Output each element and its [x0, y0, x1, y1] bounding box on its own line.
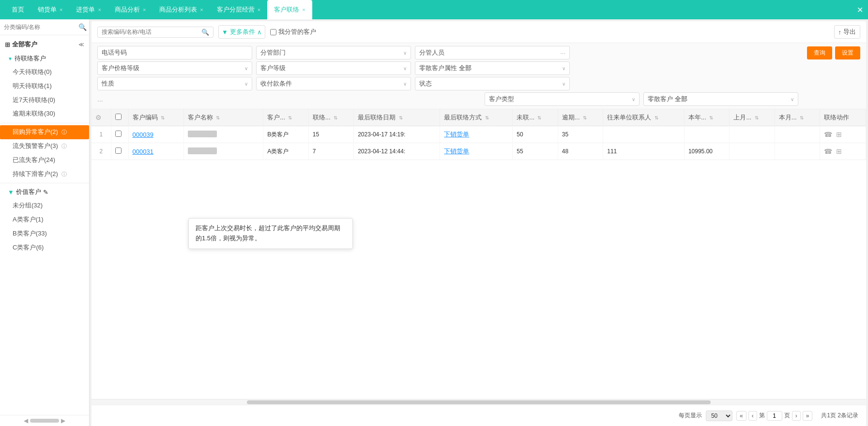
action-icons-1: ☎ ⊞	[824, 131, 862, 138]
sidebar-right-arrow[interactable]: ▶	[61, 417, 65, 424]
nav-customer-contact[interactable]: 客户联络 ×	[267, 0, 312, 19]
sort-year-icon[interactable]: ⇅	[709, 115, 713, 120]
filter-manager[interactable]: 分管人员 ···	[415, 46, 570, 59]
col-gear[interactable]: ⚙	[91, 109, 111, 126]
export-button[interactable]: ↑ 导出	[834, 25, 861, 39]
sort-name-icon[interactable]: ⇅	[216, 115, 220, 120]
cell-person-2: 111	[603, 143, 685, 160]
per-page-select[interactable]: 50 20 100	[706, 411, 732, 421]
page-nav: « ‹ 第 页 › »	[736, 411, 812, 421]
filter-payment[interactable]: 收付款条件 ∨	[256, 77, 411, 90]
page-input[interactable]	[767, 411, 782, 421]
filter-customer-type[interactable]: 客户类型 ∨	[485, 92, 640, 106]
sidebar-item-class-a[interactable]: A类客户(1)	[0, 213, 89, 227]
sort-uncontacted-icon[interactable]: ⇅	[537, 115, 541, 120]
sort-lmonth-icon[interactable]: ⇅	[755, 115, 759, 120]
sort-code-icon[interactable]: ⇅	[161, 115, 165, 120]
filter-phone[interactable]: 电话号码	[97, 46, 252, 59]
search-box: 🔍	[97, 27, 213, 38]
more-conditions-btn[interactable]: ▼ 更多条件 ∧	[218, 25, 265, 39]
nav-product-list[interactable]: 商品分析列表 ×	[152, 0, 210, 19]
row-checkbox-2[interactable]	[115, 147, 122, 154]
window-close-button[interactable]: ✕	[857, 5, 863, 15]
sort-type-icon[interactable]: ⇅	[288, 115, 292, 120]
next-page-btn[interactable]: ›	[792, 411, 801, 421]
cell-checkbox-2[interactable]	[111, 143, 128, 160]
sidebar-scroll-thumb	[30, 419, 59, 423]
nav-customer-segment[interactable]: 客户分层经营 ×	[210, 0, 267, 19]
col-this-month: 本月... ⇅	[775, 109, 820, 126]
sort-method-icon[interactable]: ⇅	[485, 115, 489, 120]
sidebar-item-abnormal-repurchase[interactable]: 回购异常客户(2) ⓘ	[0, 125, 89, 139]
sort-contact-icon[interactable]: ⇅	[334, 115, 337, 120]
filter-nature[interactable]: 性质 ∨	[97, 77, 252, 90]
table-settings-icon[interactable]: ⚙	[95, 114, 102, 121]
more-options-btn[interactable]: ...	[97, 95, 103, 103]
cell-date-2: 2023-04-12 14:44:	[354, 143, 440, 160]
settings-button[interactable]: 设置	[835, 46, 860, 59]
cell-code-2[interactable]: 000031	[128, 143, 183, 160]
nav-home[interactable]: 首页	[5, 0, 31, 19]
sidebar-item-7days[interactable]: 近7天待联络(0)	[0, 93, 89, 107]
cell-checkbox-1[interactable]	[111, 126, 128, 143]
scrollbar-thumb[interactable]	[247, 400, 711, 404]
grid-action-icon-1[interactable]: ⊞	[836, 131, 842, 138]
cell-method-2[interactable]: 下销货单	[440, 143, 513, 160]
sort-overdue-icon[interactable]: ⇅	[583, 115, 587, 120]
grid-action-icon-2[interactable]: ⊞	[836, 147, 842, 155]
sidebar-item-churned[interactable]: 已流失客户(24)	[0, 153, 89, 167]
filter-status[interactable]: 状态 ∨	[415, 77, 570, 90]
edit-icon[interactable]: ✎	[43, 189, 48, 196]
filter-price-grade[interactable]: 客户价格等级 ∨	[97, 61, 252, 75]
sidebar-search-input[interactable]	[4, 24, 76, 30]
sidebar-all-customers[interactable]: ⊞ 全部客户 ≪	[0, 37, 89, 52]
phone-icon-2[interactable]: ☎	[824, 147, 832, 155]
nav-sales[interactable]: 销货单 ×	[31, 0, 69, 19]
filter-retail-attr[interactable]: 零散客户属性 全部 ∨	[415, 61, 570, 75]
horizontal-scrollbar[interactable]	[91, 399, 866, 405]
nav-product-analysis-close[interactable]: ×	[143, 7, 146, 13]
my-customer-checkbox[interactable]	[270, 29, 276, 35]
nav-purchase-close[interactable]: ×	[98, 7, 101, 13]
sidebar-group-pending[interactable]: ▼ 待联络客户	[0, 52, 89, 65]
nav-sales-close[interactable]: ×	[60, 7, 62, 13]
sidebar-item-class-c[interactable]: C类客户(6)	[0, 241, 89, 255]
sort-date-icon[interactable]: ⇅	[399, 115, 403, 120]
nav-product-list-close[interactable]: ×	[200, 7, 203, 13]
sidebar-value-group[interactable]: ▼ 价值客户 ✎	[0, 185, 89, 199]
cell-contact-1: 15	[308, 126, 353, 143]
sidebar-collapse-btn[interactable]: ≪	[78, 42, 84, 48]
sidebar-item-tomorrow[interactable]: 明天待联络(1)	[0, 79, 89, 93]
sidebar-item-overdue[interactable]: 逾期未联络(30)	[0, 107, 89, 121]
sort-person-icon[interactable]: ⇅	[655, 115, 658, 120]
cell-uncontacted-2: 55	[513, 143, 558, 160]
sidebar-left-arrow[interactable]: ◀	[24, 417, 28, 424]
row-checkbox-1[interactable]	[115, 131, 122, 137]
query-button[interactable]: 查询	[807, 46, 832, 59]
sidebar-item-today[interactable]: 今天待联络(0)	[0, 65, 89, 79]
col-checkbox[interactable]	[111, 109, 128, 126]
nav-purchase[interactable]: 进货单 ×	[69, 0, 107, 19]
filter-department[interactable]: 分管部门 ∨	[256, 46, 411, 59]
my-customer-checkbox-area[interactable]: 我分管的客户	[270, 28, 316, 36]
sidebar-item-ungroup[interactable]: 未分组(32)	[0, 199, 89, 213]
nav-product-analysis[interactable]: 商品分析 ×	[108, 0, 152, 19]
prev-page-btn[interactable]: ‹	[748, 411, 757, 421]
phone-icon-1[interactable]: ☎	[824, 131, 832, 138]
col-last-month: 上月... ⇅	[730, 109, 775, 126]
filter-customer-grade[interactable]: 客户等级 ∨	[256, 61, 411, 75]
cell-method-1[interactable]: 下销货单	[440, 126, 513, 143]
sidebar-item-churn-warning[interactable]: 流失预警客户(3) ⓘ	[0, 139, 89, 153]
filter-retail-customer[interactable]: 零散客户 全部 ∨	[643, 92, 798, 106]
cell-code-1[interactable]: 000039	[128, 126, 183, 143]
col-last-method: 最后联络方式 ⇅	[440, 109, 513, 126]
nav-customer-segment-close[interactable]: ×	[258, 7, 260, 13]
nav-customer-contact-close[interactable]: ×	[302, 7, 305, 13]
sidebar-item-class-b[interactable]: B类客户(33)	[0, 227, 89, 241]
first-page-btn[interactable]: «	[736, 411, 746, 421]
select-all-checkbox[interactable]	[115, 114, 122, 120]
sort-tmonth-icon[interactable]: ⇅	[800, 115, 804, 120]
search-input[interactable]	[102, 29, 201, 35]
last-page-btn[interactable]: »	[803, 411, 813, 421]
sidebar-item-declining[interactable]: 持续下滑客户(2) ⓘ	[0, 167, 89, 181]
